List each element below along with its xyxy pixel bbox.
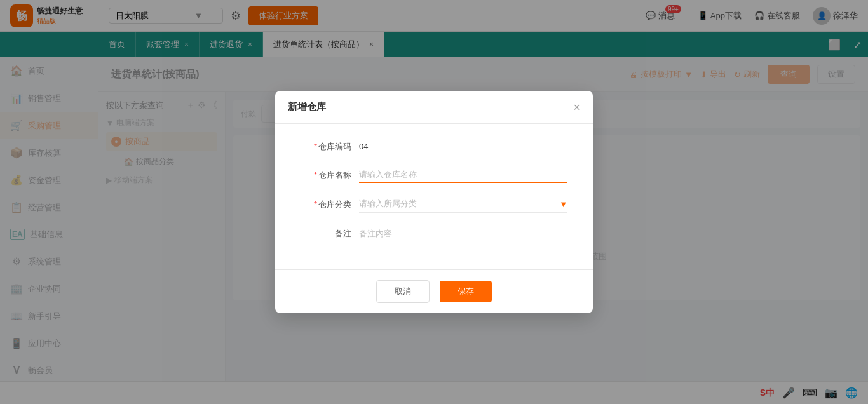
warehouse-name-label: *仓库名称 — [301, 170, 351, 181]
warehouse-name-row: *仓库名称 — [301, 167, 567, 183]
cancel-btn[interactable]: 取消 — [376, 280, 430, 303]
warehouse-category-select[interactable]: 请输入所属分类 ▼ — [359, 196, 567, 213]
warehouse-code-row: *仓库编码 — [301, 139, 567, 154]
modal-overlay[interactable]: 新增仓库 × *仓库编码 *仓库名称 *仓库分类 — [0, 0, 868, 404]
modal-header: 新增仓库 × — [275, 91, 593, 124]
note-label: 备注 — [301, 228, 351, 239]
modal-body: *仓库编码 *仓库名称 *仓库分类 请输入所属分类 ▼ — [275, 124, 593, 269]
required-star-1: * — [314, 142, 317, 151]
modal-footer: 取消 保存 — [275, 269, 593, 313]
required-star-2: * — [314, 170, 317, 180]
save-btn[interactable]: 保存 — [440, 281, 492, 302]
category-dropdown-icon: ▼ — [559, 199, 567, 209]
modal-close-btn[interactable]: × — [573, 102, 580, 113]
warehouse-category-placeholder: 请输入所属分类 — [359, 198, 417, 210]
required-star-3: * — [314, 199, 317, 209]
warehouse-category-label: *仓库分类 — [301, 199, 351, 210]
warehouse-modal: 新增仓库 × *仓库编码 *仓库名称 *仓库分类 — [275, 91, 593, 313]
warehouse-name-input[interactable] — [359, 167, 567, 183]
warehouse-category-row: *仓库分类 请输入所属分类 ▼ — [301, 196, 567, 213]
warehouse-code-label: *仓库编码 — [301, 141, 351, 152]
warehouse-code-input[interactable] — [359, 139, 567, 154]
note-input[interactable] — [359, 226, 567, 241]
modal-title: 新增仓库 — [288, 101, 326, 113]
note-row: 备注 — [301, 226, 567, 241]
